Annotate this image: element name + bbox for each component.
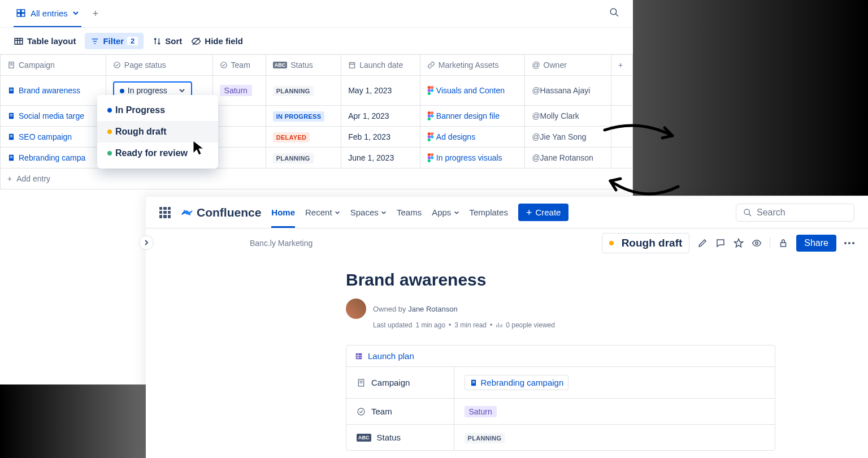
prop-value-campaign[interactable]: Rebranding campaign <box>454 367 775 399</box>
more-icon[interactable] <box>844 242 854 244</box>
avatar[interactable] <box>346 299 366 319</box>
owned-by: Owned by Jane Rotanson <box>373 305 458 313</box>
add-entry-button[interactable]: +Add entry <box>1 168 633 189</box>
lock-icon[interactable] <box>778 238 788 248</box>
hide-field-button[interactable]: Hide field <box>191 36 243 46</box>
chevron-down-icon <box>335 210 340 215</box>
svg-point-57 <box>756 242 758 245</box>
add-tab-button[interactable]: + <box>93 8 99 20</box>
figma-icon <box>427 111 434 120</box>
create-button[interactable]: +Create <box>518 204 569 221</box>
nav-teams[interactable]: Teams <box>397 208 422 217</box>
cell-owner[interactable]: Hassana Ajayi <box>525 76 611 106</box>
svg-point-51 <box>431 153 433 156</box>
nav-home[interactable]: Home <box>271 208 295 228</box>
search-button[interactable] <box>609 7 619 20</box>
nav-recent[interactable]: Recent <box>305 208 340 217</box>
page-icon <box>7 133 15 141</box>
page-status-lozenge[interactable]: Rough draft <box>602 233 690 253</box>
col-status[interactable]: ABCStatus <box>266 55 341 76</box>
table-row: Social media targeIN PROGRESSApr 1, 2023… <box>1 106 633 127</box>
filter-count: 2 <box>127 37 138 45</box>
col-assets[interactable]: Marketing Assets <box>420 55 525 76</box>
cell-launch[interactable]: Apr 1, 2023 <box>341 106 420 127</box>
page-content: Brand awareness Owned by Jane Rotanson L… <box>346 270 775 451</box>
svg-point-35 <box>431 111 433 114</box>
filter-button[interactable]: Filter 2 <box>85 33 144 49</box>
cell-status[interactable]: PLANNING <box>266 148 341 168</box>
cell-launch[interactable]: Feb 1, 2023 <box>341 127 420 148</box>
svg-rect-2 <box>17 14 20 16</box>
svg-point-50 <box>428 153 431 156</box>
watch-icon[interactable] <box>752 238 762 248</box>
mention-icon: @ <box>532 61 540 70</box>
figma-icon <box>427 132 434 141</box>
svg-rect-62 <box>356 353 362 359</box>
cell-team[interactable] <box>212 106 266 127</box>
add-column-button[interactable]: + <box>611 55 633 76</box>
cell-asset[interactable]: In progress visuals <box>420 148 525 168</box>
cell-asset[interactable]: Ad designs <box>420 127 525 148</box>
col-campaign[interactable]: Campaign <box>1 55 106 76</box>
cell-empty <box>611 76 633 106</box>
share-button[interactable]: Share <box>796 235 836 252</box>
sort-button[interactable]: Sort <box>153 36 182 46</box>
status-icon <box>220 61 228 69</box>
cell-launch[interactable]: June 1, 2023 <box>341 148 420 168</box>
search-input[interactable]: Search <box>736 204 854 222</box>
tab-all-entries[interactable]: All entries <box>14 0 81 27</box>
cell-team[interactable] <box>212 148 266 168</box>
app-switcher-button[interactable] <box>159 207 171 218</box>
page-title: Brand awareness <box>346 270 775 290</box>
dropdown-option-in-progress[interactable]: In Progress <box>97 100 218 121</box>
cell-status[interactable]: IN PROGRESS <box>266 106 341 127</box>
cell-launch[interactable]: May 1, 2023 <box>341 76 420 106</box>
cell-team[interactable] <box>212 127 266 148</box>
embed-title[interactable]: Launch plan <box>346 345 775 366</box>
nav-spaces[interactable]: Spaces <box>350 208 387 217</box>
embed-properties-table: Campaign Rebranding campaign Team Saturn… <box>346 366 775 450</box>
database-icon <box>354 352 363 361</box>
svg-point-29 <box>431 89 433 92</box>
cell-campaign[interactable]: Rebranding campa <box>1 148 106 168</box>
analytics-icon <box>496 322 502 329</box>
table-row: Brand awarenessIn progressSaturnPLANNING… <box>1 76 633 106</box>
cell-status[interactable]: DELAYED <box>266 127 341 148</box>
layout-label: Table layout <box>27 36 76 46</box>
cell-campaign[interactable]: Brand awareness <box>1 76 106 106</box>
star-icon[interactable] <box>734 238 744 248</box>
page-icon <box>357 378 366 387</box>
edit-icon[interactable] <box>697 238 708 248</box>
dot-icon <box>107 151 112 155</box>
table-row: SEO campaignDELAYEDFeb 1, 2023 Ad design… <box>1 127 633 148</box>
cell-asset[interactable]: Banner design file <box>420 106 525 127</box>
database-toolbar: Table layout Filter 2 Sort Hide field <box>0 28 633 54</box>
prop-value-team[interactable]: Saturn <box>454 399 775 425</box>
page-header-row: Banc.ly Marketing Rough draft Share <box>159 233 854 253</box>
figma-icon <box>427 86 434 95</box>
cell-status[interactable]: PLANNING <box>266 76 341 106</box>
confluence-logo[interactable]: Confluence <box>181 206 261 219</box>
confluence-page: Confluence Home Recent Spaces Teams Apps… <box>146 197 868 458</box>
breadcrumb[interactable]: Banc.ly Marketing <box>250 239 313 248</box>
prop-value-status[interactable]: PLANNING <box>454 425 775 451</box>
database-table: Campaign Page status Team ABCStatus Laun… <box>0 54 633 189</box>
col-owner[interactable]: @Owner <box>525 55 611 76</box>
cell-asset[interactable]: Visuals and Conten <box>420 76 525 106</box>
cell-campaign[interactable]: Social media targe <box>1 106 106 127</box>
cell-team[interactable]: Saturn <box>212 76 266 106</box>
prop-row-team: Team Saturn <box>346 399 775 425</box>
filter-icon <box>90 37 99 46</box>
nav-apps[interactable]: Apps <box>432 208 459 217</box>
comment-icon[interactable] <box>715 238 726 248</box>
col-page-status[interactable]: Page status <box>106 55 212 76</box>
svg-point-37 <box>431 114 433 117</box>
nav-templates[interactable]: Templates <box>470 208 508 217</box>
table-layout-button[interactable]: Table layout <box>14 36 76 46</box>
sidebar-collapse-button[interactable] <box>139 235 154 250</box>
col-launch[interactable]: Launch date <box>341 55 420 76</box>
col-team[interactable]: Team <box>212 55 266 76</box>
cell-campaign[interactable]: SEO campaign <box>1 127 106 148</box>
svg-point-30 <box>428 92 431 95</box>
svg-point-4 <box>610 8 617 15</box>
